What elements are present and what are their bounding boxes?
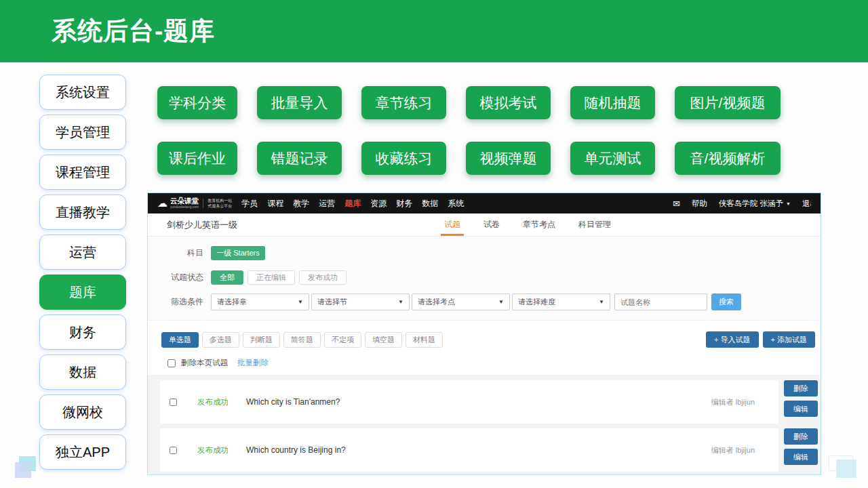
chevron-down-icon: ▼	[398, 299, 403, 305]
logo-url: yunduoketang.com	[170, 205, 199, 209]
decoration-square	[836, 460, 856, 478]
feature-image-video-questions[interactable]: 图片/视频题	[675, 86, 781, 119]
sidebar-item-live-teaching[interactable]: 直播教学	[39, 195, 126, 230]
row-buttons: 删除 编辑	[784, 380, 818, 424]
tab-subject-management[interactable]: 科目管理	[578, 214, 611, 236]
feature-random-question-draw[interactable]: 随机抽题	[570, 86, 655, 119]
topnav-operations[interactable]: 运营	[319, 198, 335, 209]
editor-label: 编辑者 lbjijun	[711, 445, 755, 455]
question-actions: + 导入试题 + 添加试题	[706, 331, 815, 348]
topnav-teaching[interactable]: 教学	[293, 198, 309, 209]
feature-chapter-practice[interactable]: 章节练习	[361, 86, 446, 119]
sidebar-item-operations[interactable]: 运营	[39, 235, 126, 270]
status-filter-all[interactable]: 全部	[211, 270, 243, 285]
chevron-down-icon: ▼	[599, 299, 604, 305]
type-tab-single-choice[interactable]: 单选题	[161, 332, 199, 348]
chevron-down-icon: ▼	[786, 201, 791, 206]
type-tab-indefinite[interactable]: 不定项	[324, 332, 361, 348]
difficulty-select[interactable]: 请选择难度 ▼	[512, 293, 610, 310]
tab-questions[interactable]: 试题	[444, 214, 460, 236]
topnav-resources[interactable]: 资源	[370, 198, 387, 209]
question-row: 发布成功 Which country is Beijing in? 编辑者 lb…	[160, 428, 818, 472]
filter-row-conditions: 筛选条件 请选择章 ▼ 请选择节 ▼ 请选择考点 ▼ 请选择难度 ▼ 搜索	[148, 293, 821, 310]
topnav-finance[interactable]: 财务	[396, 198, 412, 209]
logo: ☁ 云朵课堂 yunduoketang.com 教育机构一站 式服务云平台	[157, 197, 232, 209]
type-tab-multiple-choice[interactable]: 多选题	[202, 332, 239, 348]
row-buttons: 删除 编辑	[784, 428, 818, 472]
logo-tagline-line2: 式服务云平台	[208, 204, 232, 208]
status-badge: 发布成功	[197, 445, 229, 455]
type-tab-short-answer[interactable]: 简答题	[283, 332, 321, 348]
logo-tagline: 教育机构一站 式服务云平台	[208, 198, 232, 209]
account-name: 侠客岛学院 张涵予	[719, 199, 783, 209]
tab-chapter-points[interactable]: 章节考点	[523, 214, 555, 236]
knowledge-point-select[interactable]: 请选择考点 ▼	[412, 293, 510, 310]
delete-button[interactable]: 删除	[784, 380, 818, 396]
subject-tag[interactable]: 一级 Starters	[211, 246, 265, 260]
import-questions-button[interactable]: + 导入试题	[706, 331, 758, 348]
status-filter-published[interactable]: 发布成功	[299, 270, 347, 285]
sidebar-item-standalone-app[interactable]: 独立APP	[39, 434, 126, 470]
feature-homework[interactable]: 课后作业	[157, 142, 237, 175]
feature-favorites-practice[interactable]: 收藏练习	[361, 142, 446, 175]
message-envelope-icon[interactable]: ✉	[673, 199, 680, 209]
question-type-bar: 单选题 多选题 判断题 简答题 不定项 填空题 材料题 + 导入试题 + 添加试…	[148, 321, 821, 348]
topnav-students[interactable]: 学员	[241, 198, 258, 209]
logo-divider	[203, 199, 203, 208]
sidebar-item-system-settings[interactable]: 系统设置	[39, 75, 126, 110]
question-name-input[interactable]	[614, 293, 707, 310]
feature-row-1: 学科分类 批量导入 章节练习 模拟考试 随机抽题 图片/视频题	[157, 86, 781, 119]
question-card: 发布成功 Which city is Tian'anmen? 编辑者 lbjij…	[160, 380, 778, 424]
feature-batch-import[interactable]: 批量导入	[257, 86, 342, 119]
sidebar-item-student-management[interactable]: 学员管理	[39, 115, 126, 150]
account-menu[interactable]: 侠客岛学院 张涵予 ▼	[719, 199, 791, 209]
topnav-question-bank[interactable]: 题库	[344, 198, 361, 209]
delete-button[interactable]: 删除	[784, 428, 818, 445]
question-text: Which country is Beijing in?	[246, 445, 346, 455]
question-card: 发布成功 Which country is Beijing in? 编辑者 lb…	[160, 428, 778, 472]
sidebar-item-micro-school[interactable]: 微网校	[39, 394, 126, 430]
section-select[interactable]: 请选择节 ▼	[311, 293, 410, 310]
row-checkbox[interactable]	[170, 447, 177, 454]
conditions-label: 筛选条件	[148, 296, 203, 308]
batch-delete-link[interactable]: 批量删除	[237, 358, 269, 368]
chevron-down-icon: ▼	[498, 299, 504, 305]
search-button[interactable]: 搜索	[711, 293, 741, 310]
feature-audio-video-analysis[interactable]: 音/视频解析	[675, 142, 781, 175]
select-page-checkbox[interactable]	[167, 359, 176, 367]
logout-link[interactable]: 退出	[802, 199, 811, 209]
status-filter-editing[interactable]: 正在编辑	[248, 270, 295, 285]
sidebar-item-course-management[interactable]: 课程管理	[39, 155, 126, 190]
logo-tagline-line1: 教育机构一站	[208, 199, 232, 203]
admin-screenshot: ☁ 云朵课堂 yunduoketang.com 教育机构一站 式服务云平台 学员…	[147, 192, 821, 475]
feature-mock-exam[interactable]: 模拟考试	[466, 86, 551, 119]
edit-button[interactable]: 编辑	[784, 401, 818, 417]
sidebar-item-question-bank[interactable]: 题库	[39, 274, 126, 310]
feature-video-popup-questions[interactable]: 视频弹题	[466, 142, 551, 175]
chapter-select[interactable]: 请选择章 ▼	[211, 293, 309, 310]
question-list: 发布成功 Which city is Tian'anmen? 编辑者 lbjij…	[148, 375, 821, 475]
difficulty-select-value: 请选择难度	[518, 297, 555, 307]
row-checkbox[interactable]	[170, 399, 177, 406]
add-question-button[interactable]: + 添加试题	[763, 331, 815, 348]
topnav-courses[interactable]: 课程	[267, 198, 283, 209]
feature-subject-classification[interactable]: 学科分类	[157, 86, 237, 119]
topnav-data[interactable]: 数据	[422, 198, 438, 209]
knowledge-point-select-value: 请选择考点	[418, 297, 455, 307]
section-select-value: 请选择节	[317, 297, 347, 307]
type-tab-material[interactable]: 材料题	[406, 332, 443, 348]
admin-topbar: ☁ 云朵课堂 yunduoketang.com 教育机构一站 式服务云平台 学员…	[148, 193, 821, 214]
filter-panel: 科目 一级 Starters 试题状态 全部 正在编辑 发布成功 筛选条件 请选…	[148, 237, 821, 321]
feature-unit-test[interactable]: 单元测试	[570, 142, 655, 175]
sidebar-item-data[interactable]: 数据	[39, 354, 126, 390]
subnav-tabs: 试题 试卷 章节考点 科目管理	[444, 214, 611, 236]
help-link[interactable]: 帮助	[692, 199, 707, 209]
feature-wrong-answer-records[interactable]: 错题记录	[257, 142, 342, 175]
page-title: 系统后台-题库	[52, 14, 215, 48]
type-tab-true-false[interactable]: 判断题	[243, 332, 280, 348]
tab-exam-papers[interactable]: 试卷	[484, 214, 500, 236]
edit-button[interactable]: 编辑	[784, 449, 818, 465]
type-tab-fill-blank[interactable]: 填空题	[365, 332, 402, 348]
sidebar-item-finance[interactable]: 财务	[39, 314, 126, 350]
topnav-system[interactable]: 系统	[448, 198, 464, 209]
